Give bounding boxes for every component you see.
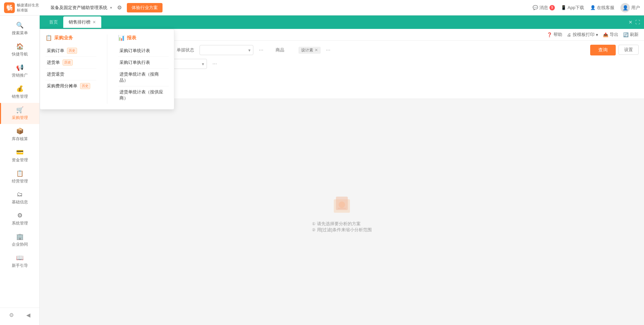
reports-col-icon: 📊 bbox=[118, 35, 125, 41]
sidebar-item-inventory[interactable]: 📦 库存核算 bbox=[0, 124, 39, 145]
goods-tag-close[interactable]: ✕ bbox=[315, 48, 318, 52]
empty-tip-2: 用[过滤]条件来缩小分析范围 bbox=[312, 227, 372, 233]
message-icon: 💬 bbox=[533, 5, 538, 10]
status-dots: ··· bbox=[257, 47, 264, 53]
home-icon: 🏠 bbox=[16, 43, 24, 50]
sidebar-item-system[interactable]: ⚙ 系统管理 bbox=[0, 208, 39, 230]
history-badge-1: 历史 bbox=[67, 48, 77, 54]
dropdown-item-report-3[interactable]: 进货单统计表（按商品） bbox=[118, 69, 169, 86]
message-badge: 9 bbox=[549, 5, 555, 10]
sidebar-label-inventory: 库存核算 bbox=[12, 136, 28, 142]
sidebar-item-operation[interactable]: 📋 经营管理 bbox=[0, 166, 39, 188]
user-action[interactable]: 👤 用户 bbox=[620, 3, 640, 12]
sidebar-label-quick-nav: 快捷导航 bbox=[12, 51, 28, 57]
sidebar-item-finance[interactable]: 💳 资金管理 bbox=[0, 145, 39, 166]
tab-home[interactable]: 首页 bbox=[44, 16, 63, 28]
sidebar-item-search[interactable]: 🔍 搜索菜单 bbox=[0, 18, 39, 39]
sidebar-label-system: 系统管理 bbox=[12, 220, 28, 226]
dropdown-item-goods-in[interactable]: 进货单 历史 bbox=[45, 57, 96, 69]
print-icon: 🖨 bbox=[567, 32, 571, 37]
dropdown-col-purchase: 📋 采购业务 采购订单 历史 进货单 历史 进货退货 bbox=[45, 35, 96, 104]
refresh-icon: 🔄 bbox=[623, 32, 629, 37]
help-action[interactable]: ❓ 帮助 bbox=[547, 32, 562, 38]
logo-icon: 畅 bbox=[4, 2, 15, 13]
empty-tip-1: 请先选择要分析的方案 bbox=[312, 221, 372, 227]
dropdown-item-report-4[interactable]: 进货单统计表（按供应商） bbox=[118, 86, 169, 104]
export-icon: 📤 bbox=[603, 32, 608, 37]
tab-maximize-icon[interactable]: ⛶ bbox=[635, 19, 640, 25]
sidebar-label-purchase: 采购管理 bbox=[12, 115, 28, 121]
content-area: 首页 销售排行榜 ✕ ✕ ⛶ 📋 采购业务 bbox=[40, 15, 644, 325]
query-button[interactable]: 查询 bbox=[590, 45, 616, 55]
sidebar-item-sales[interactable]: 💰 销售管理 bbox=[0, 82, 39, 103]
tab-sales-rank[interactable]: 销售排行榜 ✕ bbox=[63, 16, 101, 28]
industry-btn[interactable]: 体验行业方案 bbox=[127, 3, 163, 12]
dropdown-item-purchase-expense[interactable]: 采购费用分摊单 历史 bbox=[45, 80, 96, 92]
sidebar-label-finance: 资金管理 bbox=[12, 157, 28, 163]
sidebar-label-guide: 新手引导 bbox=[12, 263, 28, 269]
sidebar-item-purchase[interactable]: 🛒 采购管理 bbox=[0, 103, 39, 124]
operation-icon: 📋 bbox=[16, 170, 24, 177]
svg-rect-3 bbox=[338, 208, 346, 209]
avatar: 👤 bbox=[620, 3, 630, 12]
dropdown-col-reports: 📊 报表 采购订单统计表 采购订单执行表 进货单统计表（按商品） 进货单统计表（… bbox=[118, 35, 169, 104]
print-action[interactable]: 🖨 按模板打印 ▾ bbox=[567, 32, 598, 38]
sidebar-label-basic: 基础信息 bbox=[12, 199, 28, 205]
dropdown-item-goods-return[interactable]: 进货退货 bbox=[45, 69, 96, 80]
salesperson-dots: ··· bbox=[211, 61, 218, 67]
system-title-arrow[interactable]: ▾ bbox=[110, 5, 112, 10]
sidebar-item-enterprise[interactable]: 🏢 企业协同 bbox=[0, 230, 39, 251]
svg-point-2 bbox=[338, 201, 345, 208]
marketing-icon: 📢 bbox=[16, 64, 24, 71]
empty-state: 请先选择要分析的方案 用[过滤]条件来缩小分析范围 bbox=[40, 99, 644, 325]
message-action[interactable]: 💬 消息 9 bbox=[533, 5, 555, 11]
tab-bar: 首页 销售排行榜 ✕ ✕ ⛶ bbox=[40, 15, 644, 29]
purchase-icon: 🛒 bbox=[16, 106, 24, 114]
sidebar-item-guide[interactable]: 📖 新手引导 bbox=[0, 251, 39, 272]
logo-area: 畅 畅捷通好生意 标准版 bbox=[4, 2, 44, 13]
system-settings-icon[interactable]: ⚙ bbox=[115, 3, 124, 12]
purchase-col-icon: 📋 bbox=[45, 35, 52, 41]
sidebar-item-quick-nav[interactable]: 🏠 快捷导航 bbox=[0, 39, 39, 60]
logo-text: 畅捷通好生意 标准版 bbox=[17, 3, 39, 12]
empty-illustration bbox=[328, 191, 355, 218]
refresh-action[interactable]: 🔄 刷新 bbox=[623, 32, 639, 38]
dropdown-item-purchase-order[interactable]: 采购订单 历史 bbox=[45, 45, 96, 57]
sales-icon: 💰 bbox=[16, 85, 24, 92]
history-badge-3: 历史 bbox=[80, 83, 90, 89]
settings-button[interactable]: 设置 bbox=[618, 45, 639, 55]
guide-icon: 📖 bbox=[16, 254, 24, 261]
enterprise-icon: 🏢 bbox=[16, 233, 24, 240]
app-download-action[interactable]: 📱 App下载 bbox=[561, 5, 584, 11]
sidebar-item-basic[interactable]: 🗂 基础信息 bbox=[0, 188, 39, 208]
tab-close-icon[interactable]: ✕ bbox=[93, 20, 96, 25]
dropdown-col-title-reports: 📊 报表 bbox=[118, 35, 169, 41]
nav-left: 畅 畅捷通好生意 标准版 装备及固定资产辅助管理系统 ▾ ⚙ 体验行业方案 bbox=[4, 2, 163, 13]
bottom-collapse-icon[interactable]: ◀ bbox=[25, 311, 32, 320]
history-badge-2: 历史 bbox=[63, 59, 73, 66]
sidebar-label-enterprise: 企业协同 bbox=[12, 242, 28, 247]
online-service-action[interactable]: 👤 在线客服 bbox=[590, 5, 614, 11]
sidebar-label-sales: 销售管理 bbox=[12, 94, 28, 99]
export-action[interactable]: 📤 导出 bbox=[603, 32, 618, 38]
goods-tag[interactable]: 设计素 ✕ bbox=[298, 47, 321, 54]
sidebar-label-operation: 经营管理 bbox=[12, 178, 28, 184]
basic-icon: 🗂 bbox=[17, 191, 23, 198]
system-title: 装备及固定资产辅助管理系统 bbox=[50, 5, 107, 11]
bottom-settings-icon[interactable]: ⚙ bbox=[8, 311, 15, 320]
top-nav: 畅 畅捷通好生意 标准版 装备及固定资产辅助管理系统 ▾ ⚙ 体验行业方案 💬 … bbox=[0, 0, 644, 15]
sidebar-item-marketing[interactable]: 📢 营销推广 bbox=[0, 60, 39, 82]
sidebar-label-marketing: 营销推广 bbox=[12, 73, 28, 78]
tab-minimize-icon[interactable]: ✕ bbox=[629, 19, 633, 25]
dropdown-divider bbox=[107, 35, 107, 104]
dropdown-item-report-2[interactable]: 采购订单执行表 bbox=[118, 57, 169, 69]
app-icon: 📱 bbox=[561, 5, 566, 10]
sidebar: 🔍 搜索菜单 🏠 快捷导航 📢 营销推广 💰 销售管理 🛒 采购管理 📦 库存核… bbox=[0, 15, 40, 325]
service-icon: 👤 bbox=[590, 5, 596, 10]
status-label: 单据状态 bbox=[177, 47, 195, 53]
status-select[interactable] bbox=[200, 45, 253, 55]
dropdown-item-report-1[interactable]: 采购订单统计表 bbox=[118, 45, 169, 57]
sidebar-label-search: 搜索菜单 bbox=[12, 30, 28, 36]
system-icon: ⚙ bbox=[17, 212, 23, 219]
goods-dots: ··· bbox=[325, 47, 332, 53]
